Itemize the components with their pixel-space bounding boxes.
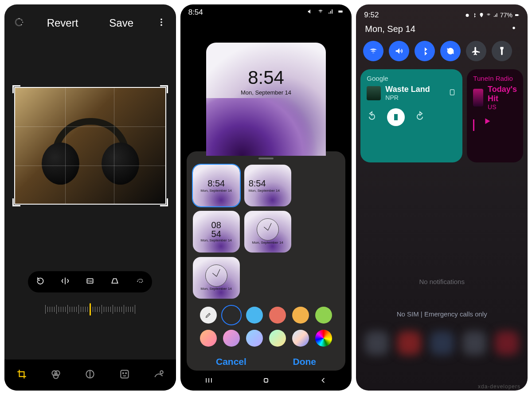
crop-handle-br[interactable] xyxy=(160,198,168,206)
color-swatch[interactable] xyxy=(315,307,332,324)
flip-icon[interactable] xyxy=(61,276,70,287)
preview-date: Mon, September 14 xyxy=(206,89,326,96)
bluetooth-icon xyxy=(472,12,477,18)
editor-toolbar: Revert Save xyxy=(4,4,176,34)
pause-button[interactable] xyxy=(387,108,405,126)
home-button[interactable] xyxy=(262,376,270,387)
qs-flashlight-icon[interactable] xyxy=(492,41,512,61)
color-swatch[interactable] xyxy=(223,307,240,324)
svg-point-4 xyxy=(160,19,162,20)
qs-sound-icon[interactable] xyxy=(389,41,409,61)
media-card-google[interactable]: Google Waste Land NPR xyxy=(360,69,462,162)
svg-rect-17 xyxy=(339,11,343,13)
watermark: xda-developers xyxy=(478,383,520,390)
color-swatch[interactable] xyxy=(292,307,309,324)
crop-handle-tl[interactable] xyxy=(12,85,20,93)
rotation-ruler[interactable] xyxy=(4,300,176,318)
svg-point-3 xyxy=(21,24,22,25)
more-icon[interactable] xyxy=(156,17,166,29)
photo-editor-screen: Revert Save Free xyxy=(4,4,176,391)
album-art-icon xyxy=(473,89,483,107)
location-icon xyxy=(479,12,484,18)
clock-style-thumb[interactable]: Mon, September 14 xyxy=(244,211,291,253)
sim-status-label: No SIM | Emergency calls only xyxy=(356,310,528,318)
qs-rotate-icon[interactable] xyxy=(440,41,461,61)
color-swatch[interactable] xyxy=(269,307,286,324)
color-swatch[interactable] xyxy=(292,330,309,347)
lockscreen-preview: 8:54 Mon, September 14 xyxy=(206,43,326,156)
media-artist: NPR xyxy=(385,94,430,101)
recents-button[interactable] xyxy=(204,376,213,387)
svg-point-14 xyxy=(122,373,123,374)
svg-rect-23 xyxy=(450,90,454,95)
status-bar: 8:54 xyxy=(180,4,352,20)
clock-style-thumb[interactable]: 8:54Mon, September 14 xyxy=(193,165,240,206)
cancel-button[interactable]: Cancel xyxy=(216,356,246,367)
editor-bottom-tabs xyxy=(4,359,176,391)
play-button[interactable] xyxy=(482,116,492,128)
color-swatch[interactable] xyxy=(269,330,286,347)
back-button[interactable] xyxy=(319,376,328,387)
svg-rect-20 xyxy=(515,14,518,16)
color-swatch-list xyxy=(193,307,340,347)
svg-point-15 xyxy=(125,373,126,374)
lasso-icon[interactable] xyxy=(135,276,144,287)
qs-airplane-icon[interactable] xyxy=(466,41,486,61)
quick-settings-row xyxy=(356,41,528,69)
sticker-tab-icon[interactable] xyxy=(119,368,130,382)
qs-bluetooth-icon[interactable] xyxy=(415,41,435,61)
free-ratio-icon[interactable]: Free xyxy=(86,276,94,287)
media-controls xyxy=(367,108,456,126)
filter-tab-icon[interactable] xyxy=(50,368,62,382)
media-artist: US xyxy=(488,103,517,111)
date-row: Mon, Sep 14 xyxy=(356,21,528,41)
perspective-icon[interactable] xyxy=(110,276,119,287)
revert-button[interactable]: Revert xyxy=(47,17,78,29)
crop-canvas[interactable] xyxy=(14,87,166,205)
color-swatch[interactable] xyxy=(315,330,332,347)
color-swatch[interactable] xyxy=(246,330,263,347)
media-card-tunein[interactable]: TuneIn Radio Today's Hit US xyxy=(467,69,523,162)
signal-icon xyxy=(493,12,498,18)
clock-style-screen: 8:54 8:54 Mon, September 14 8:54Mon, Sep… xyxy=(180,4,352,391)
color-swatch[interactable] xyxy=(246,307,263,324)
media-row: Google Waste Land NPR TuneIn Radio xyxy=(356,69,528,162)
crop-toolbar: Free xyxy=(28,271,152,292)
done-button[interactable]: Done xyxy=(293,356,317,367)
crop-tab-icon[interactable] xyxy=(16,368,27,382)
clock-style-thumb[interactable]: 8:54Mon, September 14 xyxy=(244,165,291,206)
color-swatch[interactable] xyxy=(223,330,240,347)
nav-bar xyxy=(180,372,352,391)
svg-point-16 xyxy=(160,371,163,374)
auto-enhance-icon[interactable] xyxy=(14,17,24,29)
media-app-label: TuneIn Radio xyxy=(473,75,513,82)
qs-wifi-icon[interactable] xyxy=(363,41,383,61)
battery-icon xyxy=(514,12,520,18)
svg-rect-13 xyxy=(121,370,128,378)
settings-icon[interactable] xyxy=(509,23,519,35)
svg-point-1 xyxy=(22,20,23,21)
svg-point-2 xyxy=(22,22,23,23)
cast-icon[interactable] xyxy=(448,88,456,98)
rewind-10-icon[interactable] xyxy=(367,111,377,123)
clock-style-thumb[interactable]: 0854Mon, September 14 xyxy=(193,211,240,253)
svg-point-0 xyxy=(19,18,20,19)
crop-handle-bl[interactable] xyxy=(12,198,20,206)
forward-30-icon[interactable] xyxy=(415,111,425,123)
style-drawer: 8:54Mon, September 148:54Mon, September … xyxy=(187,151,346,371)
status-bar: 9:52 77% xyxy=(356,4,528,21)
color-swatch[interactable] xyxy=(200,330,217,347)
status-time: 9:52 xyxy=(364,11,379,20)
crop-handle-tr[interactable] xyxy=(160,85,168,93)
color-edit-icon[interactable] xyxy=(200,307,217,324)
album-art-icon xyxy=(367,86,381,100)
svg-point-22 xyxy=(512,27,515,29)
svg-point-6 xyxy=(160,24,162,26)
clock-style-thumb[interactable]: Mon, September 14 xyxy=(193,257,240,299)
svg-text:Free: Free xyxy=(88,280,93,282)
draw-tab-icon[interactable] xyxy=(153,368,164,382)
save-button[interactable]: Save xyxy=(109,17,133,29)
tone-tab-icon[interactable] xyxy=(84,368,96,382)
rotate-icon[interactable] xyxy=(36,276,45,287)
drawer-handle[interactable] xyxy=(258,158,274,159)
